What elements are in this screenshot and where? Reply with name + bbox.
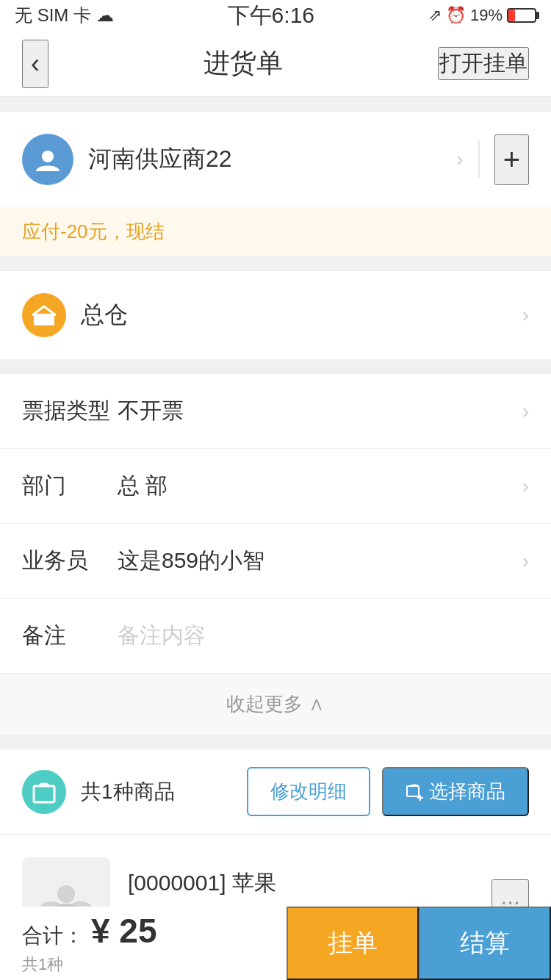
department-value: 总 部 <box>118 471 522 501</box>
remark-label: 备注 <box>22 621 118 651</box>
salesperson-label: 业务员 <box>22 546 118 576</box>
svg-rect-3 <box>407 786 419 796</box>
ticket-type-row[interactable]: 票据类型 不开票 › <box>0 374 551 449</box>
supplier-avatar <box>22 134 73 185</box>
product-title-text: 苹果 <box>232 871 276 895</box>
ticket-type-value: 不开票 <box>118 396 522 426</box>
section-gap-4 <box>0 735 551 749</box>
salesperson-value: 这是859的小智 <box>118 546 522 576</box>
checkout-button[interactable]: 结算 <box>419 907 551 980</box>
supplier-divider <box>478 141 480 178</box>
nav-bar: ‹ 进货单 打开挂单 <box>0 31 551 97</box>
department-label: 部门 <box>22 471 118 501</box>
location-icon: ⇗ <box>428 6 442 25</box>
warehouse-row[interactable]: 总仓 › <box>0 271 551 359</box>
bottom-bar: 合计： ¥ 25 共1种 挂单 结算 <box>0 907 551 980</box>
salesperson-row[interactable]: 业务员 这是859的小智 › <box>0 524 551 599</box>
back-button[interactable]: ‹ <box>22 40 48 88</box>
product-code: [0000001] <box>128 871 226 895</box>
ticket-type-chevron-icon: › <box>522 400 529 423</box>
select-product-button[interactable]: 选择商品 <box>382 767 529 816</box>
collapse-row[interactable]: 收起更多 ∧ <box>0 674 551 735</box>
warehouse-icon <box>22 293 66 337</box>
battery-icon <box>507 8 536 23</box>
product-header: 共1种商品 修改明细 选择商品 <box>0 749 551 834</box>
warehouse-section: 总仓 › <box>0 271 551 359</box>
warehouse-chevron-icon: › <box>522 303 529 327</box>
supplier-section: 河南供应商22 › + 应付-20元，现结 <box>0 112 551 256</box>
total-label: 合计： <box>22 922 84 950</box>
salesperson-chevron-icon: › <box>522 550 529 573</box>
status-time: 下午6:16 <box>228 1 314 31</box>
remark-value: 备注内容 <box>118 621 529 651</box>
edit-detail-button[interactable]: 修改明细 <box>247 767 370 816</box>
add-supplier-button[interactable]: + <box>494 134 529 185</box>
total-section: 合计： ¥ 25 共1种 <box>0 907 287 980</box>
department-row[interactable]: 部门 总 部 › <box>0 449 551 524</box>
section-gap-2 <box>0 256 551 271</box>
supplier-alert: 应付-20元，现结 <box>0 207 551 256</box>
product-count: 共1种商品 <box>81 778 247 806</box>
svg-point-6 <box>57 885 75 903</box>
supplier-chevron-icon: › <box>456 148 463 171</box>
section-gap-1 <box>0 97 551 112</box>
alarm-icon: ⏰ <box>446 6 466 25</box>
supplier-name: 河南供应商22 <box>88 143 456 176</box>
status-right: ⇗ ⏰ 19% <box>428 6 536 25</box>
status-left: 无 SIM 卡 ☁ <box>15 4 114 27</box>
total-info: 合计： ¥ 25 共1种 <box>22 911 157 976</box>
department-chevron-icon: › <box>522 475 529 498</box>
hang-button[interactable]: 挂单 <box>287 907 419 980</box>
total-count: 共1种 <box>22 954 157 976</box>
signal-text: 无 SIM 卡 ☁ <box>15 4 114 27</box>
page-title: 进货单 <box>204 46 283 82</box>
product-icon <box>22 770 66 814</box>
svg-point-0 <box>42 151 54 162</box>
open-hang-button[interactable]: 打开挂单 <box>438 47 529 80</box>
remark-row[interactable]: 备注 备注内容 <box>0 599 551 674</box>
ticket-type-label: 票据类型 <box>22 396 118 426</box>
warehouse-name: 总仓 <box>81 299 522 331</box>
section-gap-3 <box>0 359 551 374</box>
status-bar: 无 SIM 卡 ☁ 下午6:16 ⇗ ⏰ 19% <box>0 0 551 31</box>
total-amount: ¥ 25 <box>91 911 157 951</box>
svg-rect-1 <box>34 314 54 325</box>
svg-rect-2 <box>34 786 54 802</box>
product-name: [0000001] 苹果 <box>128 868 491 898</box>
products-section: 共1种商品 修改明细 选择商品 <box>0 749 551 834</box>
battery-percent: 19% <box>470 6 503 25</box>
select-product-label: 选择商品 <box>429 779 505 804</box>
form-section: 票据类型 不开票 › 部门 总 部 › 业务员 这是859的小智 › 备注 备注… <box>0 374 551 674</box>
supplier-row: 河南供应商22 › + <box>0 112 551 207</box>
